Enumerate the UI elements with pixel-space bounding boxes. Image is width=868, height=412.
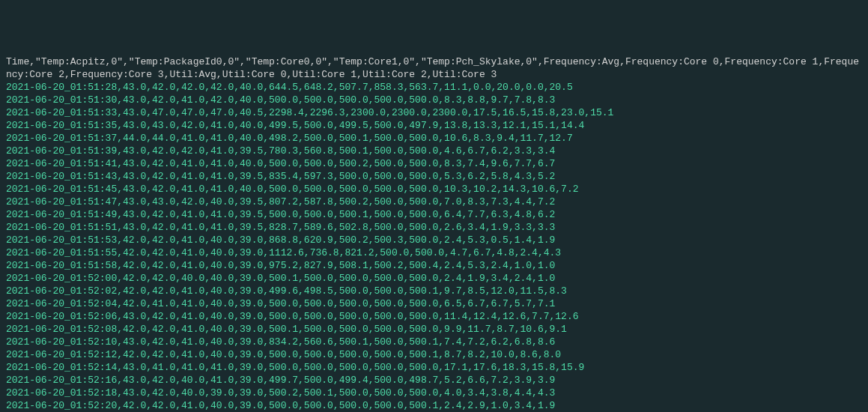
data-row: 2021-06-20_01:51:30,43.0,42.0,41.0,42.0,… xyxy=(6,94,862,106)
data-row: 2021-06-20_01:51:35,43.0,43.0,42.0,41.0,… xyxy=(6,119,862,132)
data-row: 2021-06-20_01:52:02,42.0,42.0,41.0,40.0,… xyxy=(6,285,862,297)
data-row: 2021-06-20_01:52:12,42.0,42.0,41.0,40.0,… xyxy=(6,348,862,361)
data-row: 2021-06-20_01:52:06,43.0,42.0,41.0,40.0,… xyxy=(6,310,862,323)
data-row: 2021-06-20_01:52:14,43.0,41.0,41.0,41.0,… xyxy=(6,361,862,374)
data-row: 2021-06-20_01:52:08,42.0,42.0,41.0,40.0,… xyxy=(6,323,862,336)
csv-header-line: Time,"Temp:Acpitz,0","Temp:PackageId0,0"… xyxy=(6,55,862,81)
data-row: 2021-06-20_01:51:53,42.0,42.0,41.0,40.0,… xyxy=(6,234,862,246)
data-row: 2021-06-20_01:51:39,43.0,42.0,42.0,41.0,… xyxy=(6,145,862,157)
data-row: 2021-06-20_01:51:49,43.0,42.0,41.0,41.0,… xyxy=(6,208,862,221)
data-row: 2021-06-20_01:52:18,43.0,42.0,40.0,39.0,… xyxy=(6,387,862,399)
data-row: 2021-06-20_01:52:04,42.0,41.0,41.0,40.0,… xyxy=(6,297,862,310)
data-row: 2021-06-20_01:52:10,43.0,42.0,41.0,40.0,… xyxy=(6,336,862,348)
data-row: 2021-06-20_01:51:55,42.0,42.0,41.0,40.0,… xyxy=(6,246,862,259)
data-row: 2021-06-20_01:52:00,42.0,42.0,40.0,40.0,… xyxy=(6,272,862,285)
data-row: 2021-06-20_01:51:37,44.0,44.0,41.0,41.0,… xyxy=(6,132,862,145)
data-row: 2021-06-20_01:51:28,43.0,42.0,42.0,42.0,… xyxy=(6,81,862,94)
terminal-output[interactable]: Time,"Temp:Acpitz,0","Temp:PackageId0,0"… xyxy=(6,55,862,412)
data-row: 2021-06-20_01:52:20,42.0,42.0,41.0,40.0,… xyxy=(6,399,862,412)
data-row: 2021-06-20_01:51:43,43.0,42.0,41.0,41.0,… xyxy=(6,170,862,183)
data-row: 2021-06-20_01:51:47,43.0,43.0,42.0,40.0,… xyxy=(6,196,862,208)
data-row: 2021-06-20_01:51:51,43.0,42.0,41.0,41.0,… xyxy=(6,221,862,234)
data-row: 2021-06-20_01:52:16,43.0,42.0,40.0,41.0,… xyxy=(6,374,862,387)
data-row: 2021-06-20_01:51:33,43.0,47.0,47.0,47.0,… xyxy=(6,106,862,119)
data-row: 2021-06-20_01:51:41,43.0,42.0,41.0,41.0,… xyxy=(6,157,862,170)
data-row: 2021-06-20_01:51:58,42.0,42.0,41.0,40.0,… xyxy=(6,259,862,272)
data-row: 2021-06-20_01:51:45,43.0,42.0,41.0,41.0,… xyxy=(6,183,862,196)
